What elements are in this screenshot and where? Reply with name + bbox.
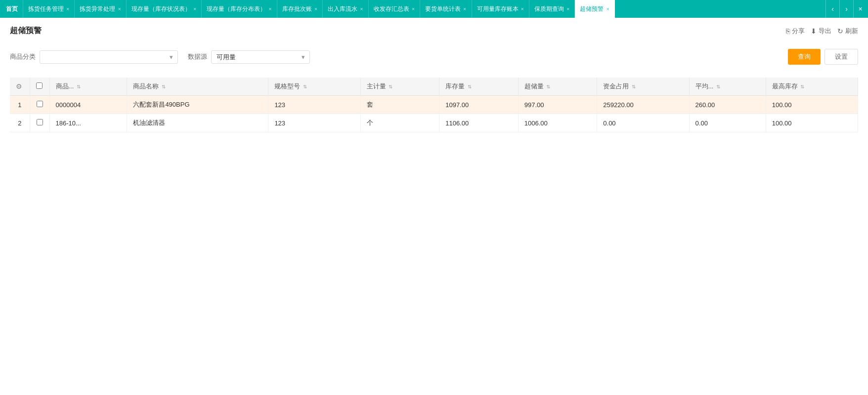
sort-icon-spec: ⇅ [303,84,307,89]
sort-icon-overstock: ⇅ [546,84,550,89]
nav-tab-4[interactable]: 库存批次账× [277,0,323,18]
nav-tab-close[interactable]: × [566,6,569,12]
td-unit: 个 [360,114,439,132]
td-maxstock: 100.00 [766,114,858,132]
nav-tab-close[interactable]: × [463,6,466,12]
td-settings: 2 [10,114,30,132]
td-capital: 259220.00 [597,96,689,114]
th-avg[interactable]: 平均... ⇅ [689,78,766,96]
nav-tab-label: 超储预警 [580,5,604,13]
nav-tab-2[interactable]: 现存量（库存状况表）× [127,0,202,18]
nav-tab-close[interactable]: × [412,6,415,12]
sort-icon-code: ⇅ [77,84,81,89]
nav-tab-home[interactable]: 首页 [1,0,23,18]
nav-tab-close[interactable]: × [118,6,121,12]
datasource-filter: 数据源 可用量 [188,50,310,64]
nav-tab-close[interactable]: × [314,6,317,12]
data-table: ⚙ 商品... ⇅ 商品名称 ⇅ 规格型号 ⇅ 主计量 [10,78,858,132]
th-overstock[interactable]: 超储量 ⇅ [518,78,597,96]
datasource-select[interactable]: 可用量 [211,50,310,64]
nav-tab-close[interactable]: × [268,6,271,12]
table-body: 1 0000004 六配套新昌490BPG 123 套 1097.00 997.… [10,96,858,132]
nav-tab-close[interactable]: × [193,6,196,12]
td-checkbox[interactable] [30,114,49,132]
query-button[interactable]: 查询 [788,49,821,65]
td-unit: 套 [360,96,439,114]
td-stock: 1097.00 [439,96,519,114]
th-capital[interactable]: 资金占用 ⇅ [597,78,689,96]
nav-tab-label: 现存量（库存分布表） [207,5,266,13]
th-stock[interactable]: 库存量 ⇅ [439,78,519,96]
refresh-button[interactable]: ↻ 刷新 [837,27,858,36]
nav-prev-button[interactable]: ‹ [825,0,839,18]
th-unit[interactable]: 主计量 ⇅ [360,78,439,96]
export-button[interactable]: ⬇ 导出 [811,27,831,36]
nav-tab-label: 可用量库存账本 [477,5,519,13]
category-label: 商品分类 [10,52,36,61]
sort-icon-capital: ⇅ [632,84,636,89]
row-checkbox[interactable] [37,119,43,125]
nav-tab-5[interactable]: 出入库流水× [323,0,368,18]
share-button[interactable]: ⎘ 分享 [786,27,805,36]
nav-tab-8[interactable]: 可用量库存账本× [472,0,529,18]
nav-next-button[interactable]: › [839,0,853,18]
gear-icon[interactable]: ⚙ [16,82,22,90]
td-code: 186-10... [49,114,127,132]
td-name: 机油滤清器 [127,114,268,132]
nav-tab-close[interactable]: × [66,6,69,12]
td-overstock: 1006.00 [518,114,597,132]
nav-tab-label: 拣货异常处理 [80,5,115,13]
export-icon: ⬇ [811,27,817,35]
share-icon: ⎘ [786,27,790,35]
filter-buttons: 查询 设置 [788,49,858,65]
category-filter: 商品分类 [10,50,178,64]
nav-tab-1[interactable]: 拣货异常处理× [75,0,126,18]
filter-area: 商品分类 数据源 可用量 查询 设置 [10,44,858,70]
td-spec: 123 [268,114,360,132]
page-header: 超储预警 ⎘ 分享 ⬇ 导出 ↻ 刷新 [10,26,858,36]
td-checkbox[interactable] [30,96,49,114]
nav-tab-3[interactable]: 现存量（库存分布表）× [202,0,277,18]
th-gear[interactable]: ⚙ [10,78,30,96]
sort-icon-unit: ⇅ [389,84,392,89]
nav-tab-6[interactable]: 收发存汇总表× [369,0,420,18]
nav-tab-label: 出入库流水 [328,5,357,13]
nav-tab-close[interactable]: × [360,6,363,12]
th-spec[interactable]: 规格型号 ⇅ [268,78,360,96]
nav-tab-0[interactable]: 拣货任务管理× [23,0,75,18]
nav-tab-label: 收发存汇总表 [374,5,409,13]
table-row: 2 186-10... 机油滤清器 123 个 1106.00 1006.00 … [10,114,858,132]
th-checkbox[interactable] [30,78,49,96]
category-select[interactable] [40,50,178,64]
td-overstock: 997.00 [518,96,597,114]
select-all-checkbox[interactable] [36,82,43,89]
nav-tab-close[interactable]: × [606,6,609,12]
th-code[interactable]: 商品... ⇅ [49,78,127,96]
nav-tab-close[interactable]: × [521,6,524,12]
datasource-label: 数据源 [188,52,207,61]
td-spec: 123 [268,96,360,114]
datasource-select-wrapper: 可用量 [211,50,310,64]
table-row: 1 0000004 六配套新昌490BPG 123 套 1097.00 997.… [10,96,858,114]
header-actions: ⎘ 分享 ⬇ 导出 ↻ 刷新 [786,27,858,36]
nav-tab-7[interactable]: 要货单统计表× [420,0,472,18]
nav-tab-10[interactable]: 超储预警× [575,0,614,18]
nav-tab-label: 保质期查询 [534,5,564,13]
sort-icon-avg: ⇅ [716,84,720,89]
sort-icon-maxstock: ⇅ [800,84,804,89]
td-settings: 1 [10,96,30,114]
nav-tab-label: 要货单统计表 [425,5,461,13]
td-capital: 0.00 [597,114,689,132]
th-name[interactable]: 商品名称 ⇅ [127,78,268,96]
td-name: 六配套新昌490BPG [127,96,268,114]
td-code: 0000004 [49,96,127,114]
td-avg: 260.00 [689,96,766,114]
settings-button[interactable]: 设置 [825,49,858,65]
td-stock: 1106.00 [439,114,519,132]
nav-tab-9[interactable]: 保质期查询× [529,0,575,18]
nav-close-button[interactable]: × [853,0,867,18]
td-maxstock: 100.00 [766,96,858,114]
sort-icon-name: ⇅ [162,84,166,89]
row-checkbox[interactable] [37,101,43,107]
th-maxstock[interactable]: 最高库存 ⇅ [766,78,858,96]
